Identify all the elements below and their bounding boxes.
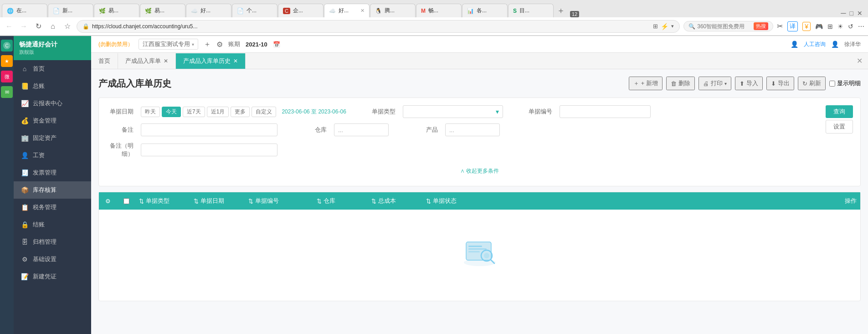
sidebar-item-payroll[interactable]: 👤 工资: [14, 147, 91, 164]
refresh-browser-button[interactable]: ↻: [33, 21, 44, 32]
appbar-icon-1[interactable]: ★: [1, 55, 13, 67]
sidebar-item-close-acct[interactable]: 🔒 结账: [14, 216, 91, 233]
tab-11[interactable]: 📊 各...: [462, 4, 508, 17]
delete-button[interactable]: 🗑 删除: [666, 77, 695, 90]
app-logo[interactable]: C: [1, 40, 13, 51]
home-browser-button[interactable]: ⌂: [47, 21, 58, 32]
tab-1[interactable]: 🌐 在...: [2, 4, 47, 17]
sidebar-item-funds[interactable]: 💰 资金管理: [14, 112, 91, 129]
detail-note-input[interactable]: [141, 144, 277, 156]
date-1month-btn[interactable]: 近1月: [207, 107, 229, 117]
th-doc-status[interactable]: ⇅ 单据状态: [422, 192, 477, 210]
doc-no-input[interactable]: [560, 105, 651, 118]
th-doc-date[interactable]: ⇅ 单据日期: [190, 192, 245, 210]
filter-settings-button[interactable]: 设置: [826, 120, 853, 134]
page-tab-list-close[interactable]: ✕: [164, 58, 168, 64]
calendar-icon[interactable]: 📅: [273, 41, 280, 48]
sun-icon[interactable]: ☀: [837, 23, 843, 30]
th-total-cost[interactable]: ⇅ 总成本: [368, 192, 422, 210]
add-company-button[interactable]: ＋: [204, 40, 211, 49]
grid2-icon[interactable]: ⊞: [827, 23, 833, 30]
page-tab-history[interactable]: 产成品入库单历史 ✕: [176, 53, 246, 69]
search-input[interactable]: [697, 23, 752, 30]
company-settings-icon[interactable]: ⚙: [216, 40, 223, 49]
tab-8[interactable]: ☁️ 好... ✕: [324, 4, 370, 17]
tab-3[interactable]: 🌿 易...: [94, 4, 139, 17]
show-detail-toggle[interactable]: 显示明细: [829, 79, 861, 87]
warehouse-select[interactable]: ...: [334, 123, 389, 136]
sidebar-item-archive[interactable]: 🗄 归档管理: [14, 233, 91, 251]
user-service-label[interactable]: 人工咨询: [804, 41, 826, 48]
bookmark-button[interactable]: ☆: [62, 21, 73, 32]
date-today-btn[interactable]: 今天: [162, 107, 181, 117]
tab-10[interactable]: M 畅...: [416, 4, 462, 17]
address-bar[interactable]: 🔒 https://cloud.chanjet.com/accounting/u…: [77, 20, 680, 33]
tab-7[interactable]: C 企...: [278, 4, 324, 17]
forward-button[interactable]: →: [18, 21, 29, 32]
date-yesterday-btn[interactable]: 昨天: [141, 107, 160, 117]
sidebar-item-reports[interactable]: 📈 云报表中心: [14, 95, 91, 112]
svg-text:C: C: [5, 43, 8, 48]
show-detail-checkbox[interactable]: [829, 81, 835, 87]
print-button[interactable]: 🖨 打印 ▾: [699, 77, 731, 90]
appbar-icon-3[interactable]: ✉: [1, 86, 13, 98]
page-header: 产成品入库单历史 ＋ + 新增 🗑 删除 🖨 打印 ▾: [98, 77, 861, 90]
tab-12-icon: S: [513, 8, 517, 14]
th-doc-type[interactable]: ⇅ 单据类型: [135, 192, 190, 210]
import-button[interactable]: ⬆ 导入: [735, 77, 763, 90]
add-button[interactable]: ＋ + 新增: [629, 77, 663, 90]
new-tab-button[interactable]: ＋: [554, 4, 568, 17]
page-tab-list[interactable]: 产成品入库单 ✕: [118, 53, 176, 69]
back-button[interactable]: ←: [4, 21, 15, 32]
tab-5[interactable]: ☁️ 好...: [186, 4, 231, 17]
sidebar-item-home[interactable]: ⌂ 首页: [14, 60, 91, 77]
sync-icon[interactable]: ↺: [848, 23, 853, 30]
sidebar-item-assets[interactable]: 🏢 固定资产: [14, 129, 91, 147]
tab-6[interactable]: 📄 个...: [232, 4, 277, 17]
more-icon[interactable]: ⋯: [858, 23, 864, 30]
tab-9[interactable]: 🐧 腾...: [370, 4, 416, 17]
th-checkbox[interactable]: [117, 194, 135, 209]
game-icon[interactable]: 🎮: [815, 23, 823, 30]
maximize-button[interactable]: □: [850, 10, 853, 17]
collapse-bar[interactable]: ∧ 收起更多条件: [106, 164, 853, 179]
sidebar-item-inventory[interactable]: 📦 库存核算: [14, 181, 91, 199]
search-bar[interactable]: 🔍 热搜: [683, 21, 773, 31]
currency-icon[interactable]: ¥: [802, 22, 811, 31]
close-window-button[interactable]: ✕: [857, 10, 863, 17]
doc-type-select[interactable]: ▾: [403, 105, 503, 118]
address-dropdown-icon[interactable]: ▾: [671, 23, 674, 29]
select-all-checkbox[interactable]: [123, 198, 129, 204]
tab-12[interactable]: S 目...: [508, 4, 554, 17]
date-custom-btn[interactable]: 自定义: [252, 107, 276, 117]
tab-4[interactable]: 🌿 易...: [140, 4, 185, 17]
th-doc-no[interactable]: ⇅ 单据编号: [245, 192, 313, 210]
page-tab-home[interactable]: 首页: [91, 53, 118, 69]
sidebar-item-new-voucher[interactable]: 📝 新建凭证: [14, 268, 91, 285]
th-warehouse[interactable]: ⇅ 仓库: [313, 192, 368, 210]
sidebar-item-invoice[interactable]: 🧾 发票管理: [14, 164, 91, 181]
note-input[interactable]: [141, 123, 277, 136]
date-7days-btn[interactable]: 近7天: [183, 107, 205, 117]
appbar-icon-2[interactable]: 微: [1, 71, 13, 82]
page-tab-history-close[interactable]: ✕: [233, 58, 238, 64]
sidebar-item-ledger[interactable]: 📒 总账: [14, 77, 91, 95]
export-button[interactable]: ⬇ 导出: [766, 77, 794, 90]
translate-icon[interactable]: 译: [787, 21, 798, 31]
sidebar-item-tax[interactable]: 📋 税务管理: [14, 199, 91, 216]
tab-8-close[interactable]: ✕: [360, 8, 365, 14]
scissors-icon[interactable]: ✂: [777, 22, 783, 31]
date-more-btn[interactable]: 更多: [231, 107, 250, 117]
lightning-icon[interactable]: ⚡: [661, 23, 668, 30]
th-settings[interactable]: ⚙: [99, 193, 117, 209]
company-select[interactable]: 江西服宝测试专用 ▾: [139, 39, 198, 50]
refresh-button[interactable]: ↻ 刷新: [798, 77, 826, 90]
sidebar-item-settings[interactable]: ⚙ 基础设置: [14, 251, 91, 268]
tab-10-icon: M: [421, 8, 426, 14]
minimize-button[interactable]: ─: [841, 9, 846, 17]
tab-2[interactable]: 📄 新...: [48, 4, 93, 17]
query-button[interactable]: 查询: [826, 105, 853, 118]
panel-close-button[interactable]: ✕: [851, 53, 868, 69]
grid-icon[interactable]: ⊞: [653, 23, 658, 30]
product-select[interactable]: ...: [445, 123, 500, 136]
